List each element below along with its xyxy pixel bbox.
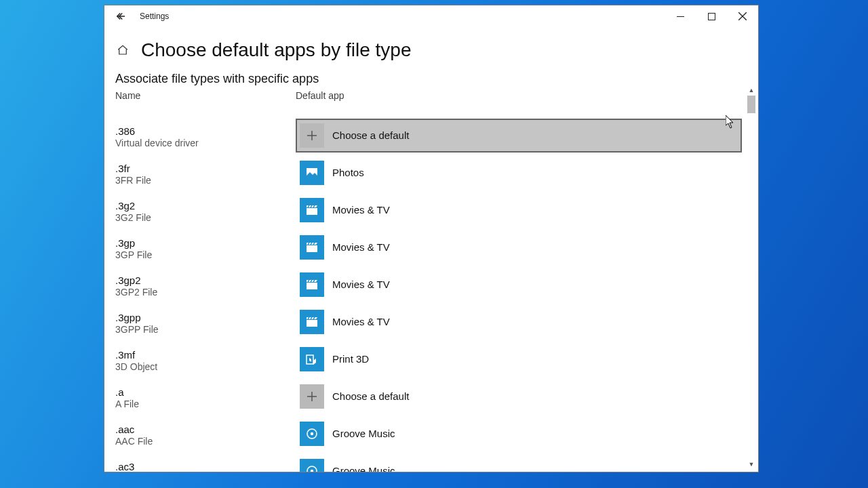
file-type-row: .3g23G2 FileMovies & TV [115,191,742,228]
default-app-label: Photos [332,167,364,178]
file-type-cell: .3gp23GP2 File [115,272,296,298]
file-type-cell: .3gpp3GPP File [115,309,296,335]
movies-icon [300,235,324,260]
movies-icon [300,310,324,334]
default-app-label: Choose a default [332,390,409,402]
page-title: Choose default apps by file type [141,39,411,61]
heading-row: Choose default apps by file type [115,27,747,70]
file-extension: .3gpp [115,312,296,323]
file-extension: .a [115,386,296,398]
column-headers: Name Default app [115,90,747,101]
default-app-button[interactable]: Choose a default [296,380,742,413]
column-name-header: Name [115,90,296,101]
content-area: Choose default apps by file type Associa… [104,27,758,472]
plus-icon [300,384,324,409]
file-description: 3GP File [115,249,296,260]
default-app-button[interactable]: Movies & TV [296,193,742,227]
settings-window: Settings Choose default apps by file typ… [104,5,759,472]
default-app-label: Groove Music [332,428,395,439]
titlebar: Settings [104,5,758,27]
home-icon [117,44,129,56]
page-subtitle: Associate file types with specific apps [115,72,747,86]
file-type-cell: .aA File [115,384,296,409]
file-extension: .3g2 [115,200,296,211]
svg-rect-1 [708,13,715,20]
file-extension: .ac3 [115,461,296,472]
default-app-label: Movies & TV [332,279,390,290]
default-app-label: Movies & TV [332,204,390,216]
print3d-icon [300,347,324,371]
file-type-cell: .aacAAC File [115,421,296,447]
minimize-button[interactable] [665,5,696,27]
groove-icon [300,459,324,472]
file-type-row: .ac3AC3 FileGroove Music [115,452,742,472]
groove-icon [300,422,324,446]
scroll-up-button[interactable]: ▲ [747,85,756,95]
home-button[interactable] [115,43,130,58]
file-extension: .3fr [115,163,296,174]
scroll-thumb[interactable] [747,96,755,113]
close-icon [738,12,747,20]
file-description: Virtual device driver [115,138,296,148]
file-type-cell: .386Virtual device driver [115,123,296,148]
scroll-down-button[interactable]: ▼ [747,460,756,469]
file-description: A File [115,399,296,409]
plus-icon [300,123,324,148]
file-description: 3GPP File [115,324,296,335]
back-button[interactable] [111,7,130,26]
default-app-button[interactable]: Movies & TV [296,268,742,302]
file-extension: .aac [115,424,296,435]
scrollbar[interactable]: ▲ ▼ [747,85,756,469]
default-app-button[interactable]: Groove Music [296,454,742,472]
default-app-label: Groove Music [332,465,395,472]
default-app-button[interactable]: Photos [296,156,742,190]
default-app-button[interactable]: Choose a default [296,119,742,152]
close-button[interactable] [727,5,758,27]
file-type-list: .386Virtual device driverChoose a defaul… [115,117,742,472]
file-extension: .3mf [115,349,296,361]
default-app-button[interactable]: Movies & TV [296,230,742,264]
default-app-label: Print 3D [332,353,369,365]
file-type-cell: .3mf3D Object [115,346,296,372]
window-title: Settings [140,12,169,21]
file-description: AAC File [115,436,296,447]
default-app-button[interactable]: Movies & TV [296,305,742,339]
file-extension: .3gp2 [115,274,296,286]
file-type-cell: .3fr3FR File [115,160,296,186]
file-type-row: .3fr3FR FilePhotos [115,154,742,191]
movies-icon [300,198,324,222]
default-app-button[interactable]: Groove Music [296,417,742,451]
minimize-icon [677,13,684,20]
maximize-button[interactable] [696,5,727,27]
file-type-row: .3gpp3GPP FileMovies & TV [115,303,742,340]
file-description: 3G2 File [115,212,296,223]
file-description: 3D Object [115,361,296,372]
default-app-button[interactable]: Print 3D [296,342,742,376]
file-description: 3FR File [115,175,296,186]
movies-icon [300,272,324,297]
file-description: 3GP2 File [115,287,296,298]
default-app-label: Movies & TV [332,241,390,253]
file-type-row: .3mf3D ObjectPrint 3D [115,340,742,378]
maximize-icon [708,13,715,20]
column-app-header: Default app [296,90,747,101]
default-app-label: Choose a default [332,129,409,141]
file-type-cell: .3g23G2 File [115,197,296,223]
photos-icon [300,161,324,185]
file-type-row: .3gp3GP FileMovies & TV [115,228,742,266]
default-app-label: Movies & TV [332,316,390,327]
file-type-cell: .3gp3GP File [115,235,296,260]
file-extension: .386 [115,125,296,137]
file-extension: .3gp [115,237,296,249]
file-type-row: .3gp23GP2 FileMovies & TV [115,266,742,303]
file-type-row: .aA FileChoose a default [115,378,742,415]
file-type-cell: .ac3AC3 File [115,458,296,472]
file-type-row: .aacAAC FileGroove Music [115,415,742,452]
file-type-row: .386Virtual device driverChoose a defaul… [115,117,742,154]
